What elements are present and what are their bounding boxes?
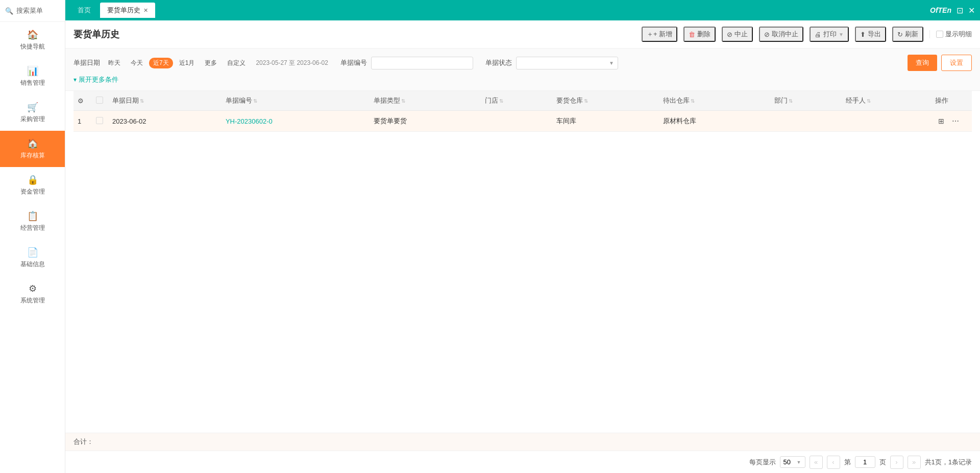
filter-row-main: 单据日期 昨天 今天 近7天 近1月 更多 自定义 2023-05-27 至 2…	[74, 55, 972, 71]
purchase-icon: 🛒	[27, 102, 38, 113]
date-btn-yesterday[interactable]: 昨天	[104, 58, 125, 68]
suspend-icon: ⊘	[727, 31, 732, 38]
bill-no-link[interactable]: YH-20230602-0	[226, 117, 273, 125]
inventory-icon: 🏠	[27, 138, 38, 149]
print-dropdown-icon: ▼	[839, 32, 844, 37]
sidebar-item-label: 销售管理	[20, 79, 45, 87]
sidebar-item-sales[interactable]: 📊 销售管理	[0, 58, 65, 94]
filter-actions: 查询 设置	[908, 55, 972, 71]
sort-icon-store: ⇅	[499, 98, 503, 104]
settings-button[interactable]: 设置	[941, 55, 972, 71]
toolbar-separator	[929, 30, 930, 38]
bill-no-input[interactable]	[371, 57, 473, 69]
prev-page-btn[interactable]: ‹	[827, 456, 840, 469]
export-button[interactable]: ⬆ 导出	[855, 27, 886, 42]
sort-icon-bill-no: ⇅	[253, 98, 257, 104]
expand-more-btn[interactable]: ▾ 展开更多条件	[74, 75, 972, 84]
date-range-display: 2023-05-27 至 2023-06-02	[256, 59, 328, 67]
page-label: 第	[844, 458, 851, 467]
show-detail-checkbox[interactable]	[936, 31, 943, 38]
sidebar-item-operation[interactable]: 📋 经营管理	[0, 203, 65, 240]
sort-icon-handler: ⇅	[867, 98, 871, 104]
tab-close-icon[interactable]: ✕	[143, 7, 148, 14]
sidebar-item-label: 快捷导航	[20, 42, 45, 51]
refresh-button[interactable]: ↻ 刷新	[892, 27, 923, 42]
row-req-warehouse: 车间库	[552, 111, 659, 132]
sidebar: 🔍 搜索菜单 🏠 快捷导航 📊 销售管理 🛒 采购管理 🏠 库存核算 🔒 资金管…	[0, 0, 65, 473]
system-icon: ⚙	[29, 283, 37, 294]
tab-requisition-history[interactable]: 要货单历史 ✕	[100, 3, 155, 18]
print-button[interactable]: 🖨 打印 ▼	[810, 27, 849, 42]
sidebar-item-quick-nav[interactable]: 🏠 快捷导航	[0, 22, 65, 58]
sidebar-item-finance[interactable]: 🔒 资金管理	[0, 167, 65, 203]
date-btn-custom[interactable]: 自定义	[223, 58, 250, 68]
expand-label: 展开更多条件	[79, 75, 118, 84]
row-date: 2023-06-02	[108, 111, 222, 132]
sort-bill-type[interactable]: 单据类型 ⇅	[374, 96, 477, 105]
per-page-select[interactable]: 50 100 200	[780, 456, 805, 468]
restore-window-icon[interactable]: ⊡	[957, 6, 963, 15]
next-page-btn[interactable]: ›	[890, 456, 903, 469]
delete-button[interactable]: 🗑 删除	[683, 27, 716, 42]
search-button[interactable]: 查询	[908, 55, 937, 71]
table-footer: 合计：	[65, 433, 980, 451]
sort-bill-no[interactable]: 单据编号 ⇅	[226, 96, 365, 105]
show-detail-toggle[interactable]: 显示明细	[936, 30, 972, 39]
tab-bar: 首页 要货单历史 ✕ OfTEn ⊡ ✕	[65, 0, 980, 20]
sidebar-item-system[interactable]: ⚙ 系统管理	[0, 276, 65, 312]
status-label: 单据状态	[485, 58, 512, 67]
select-all-checkbox[interactable]	[96, 97, 103, 104]
date-btn-more[interactable]: 更多	[201, 58, 221, 68]
row-checkbox-cell	[92, 111, 108, 132]
tab-home[interactable]: 首页	[70, 3, 98, 18]
last-page-btn[interactable]: »	[908, 456, 921, 469]
filter-date: 单据日期 昨天 今天 近7天 近1月 更多 自定义 2023-05-27 至 2…	[74, 58, 328, 68]
main-area: 首页 要货单历史 ✕ OfTEn ⊡ ✕ 要货单历史 ＋ + 新增	[65, 0, 980, 473]
status-select-wrapper: ▼	[516, 57, 618, 69]
col-bill-no: 单据编号 ⇅	[222, 91, 370, 111]
sidebar-item-label: 基础信息	[20, 260, 45, 269]
sort-pending-warehouse[interactable]: 待出仓库 ⇅	[663, 96, 766, 105]
sidebar-item-purchase[interactable]: 🛒 采购管理	[0, 94, 65, 131]
per-page-wrapper: 50 100 200 ▼	[780, 456, 805, 468]
row-bill-no: YH-20230602-0	[222, 111, 370, 132]
date-btn-1month[interactable]: 近1月	[175, 58, 199, 68]
sidebar-item-inventory[interactable]: 🏠 库存核算	[0, 131, 65, 167]
row-edit-icon[interactable]: ⊞	[935, 115, 947, 127]
new-button[interactable]: ＋ + 新增	[642, 27, 677, 42]
suspend-button[interactable]: ⊘ 中止	[722, 27, 753, 42]
delete-icon: 🗑	[689, 31, 695, 38]
close-window-icon[interactable]: ✕	[968, 6, 975, 15]
sort-store[interactable]: 门店 ⇅	[485, 96, 548, 105]
sidebar-item-label: 采购管理	[20, 115, 45, 124]
col-store: 门店 ⇅	[481, 91, 552, 111]
sort-handler[interactable]: 经手人 ⇅	[846, 96, 927, 105]
row-checkbox[interactable]	[96, 117, 103, 124]
brand-label: OfTEn	[930, 6, 951, 14]
page-suffix: 页	[879, 458, 886, 467]
content-area: 要货单历史 ＋ + 新增 🗑 删除 ⊘ 中止 ⊘	[65, 20, 980, 473]
cancel-suspend-button[interactable]: ⊘ 取消中止	[759, 27, 803, 42]
sales-icon: 📊	[27, 65, 38, 77]
sort-icon-date: ⇅	[140, 98, 144, 104]
sort-dept[interactable]: 部门 ⇅	[774, 96, 838, 105]
first-page-btn[interactable]: «	[810, 456, 823, 469]
sidebar-item-label: 系统管理	[20, 296, 45, 305]
col-handler: 经手人 ⇅	[842, 91, 931, 111]
col-date: 单据日期 ⇅	[108, 91, 222, 111]
date-btn-7days[interactable]: 近7天	[149, 58, 173, 68]
sidebar-item-basic[interactable]: 📄 基础信息	[0, 240, 65, 276]
settings-icon: ⚙	[78, 97, 84, 105]
sort-req-warehouse[interactable]: 要货仓库 ⇅	[556, 96, 655, 105]
page-input[interactable]	[855, 456, 875, 468]
date-btn-today[interactable]: 今天	[127, 58, 147, 68]
row-dept	[770, 111, 842, 132]
sidebar-search[interactable]: 🔍 搜索菜单	[0, 0, 65, 22]
row-more-icon[interactable]: ⋯	[949, 115, 962, 127]
sort-date[interactable]: 单据日期 ⇅	[112, 96, 217, 105]
home-icon: 🏠	[27, 29, 38, 40]
row-handler	[842, 111, 931, 132]
status-select[interactable]	[516, 57, 618, 69]
settings-col-header[interactable]: ⚙	[74, 91, 92, 111]
show-detail-label: 显示明细	[945, 30, 972, 39]
